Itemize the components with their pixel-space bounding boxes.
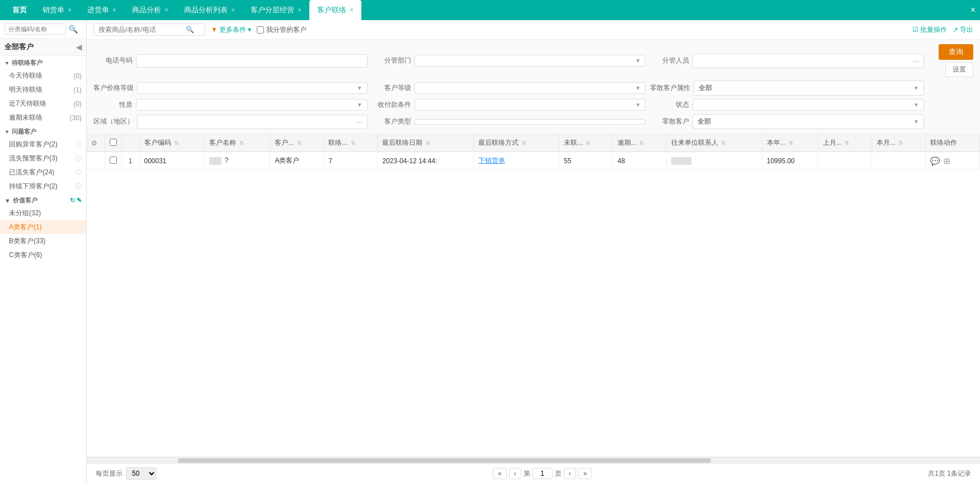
sidebar-item-declining[interactable]: 持续下滑客户(2) ⓘ — [0, 179, 86, 193]
nav-customer-contact[interactable]: 客户联络 × — [309, 0, 361, 20]
nature-select[interactable]: ▼ — [136, 99, 368, 111]
col-name[interactable]: 客户名称 ⇅ — [205, 134, 270, 152]
person-dots-icon[interactable]: ··· — [912, 56, 919, 65]
my-customers-filter[interactable]: 我分管的客户 — [257, 25, 307, 35]
sort-name-icon[interactable]: ⇅ — [239, 140, 244, 146]
scrollbar-thumb[interactable] — [178, 458, 711, 463]
sidebar-search-icon[interactable]: 🔍 — [68, 25, 78, 34]
sidebar-collapse-icons[interactable]: ◀ — [76, 43, 82, 51]
col-this-month[interactable]: 本月... ⇅ — [871, 134, 925, 152]
nav-close-product-analysis-list[interactable]: × — [231, 6, 235, 14]
nav-close-all[interactable]: × — [970, 5, 976, 15]
unit-contact-placeholder — [671, 157, 691, 165]
row-checkbox[interactable] — [110, 157, 117, 164]
filter-search-input[interactable] — [98, 26, 182, 34]
dept-select[interactable]: ▼ — [414, 55, 646, 67]
sidebar-item-today[interactable]: 今天待联络 (0) — [0, 69, 86, 83]
sort-method-icon[interactable]: ⇅ — [522, 140, 526, 146]
region-select[interactable]: ··· — [137, 115, 368, 129]
sort-unit-icon[interactable]: ⇅ — [721, 140, 725, 146]
payment-select[interactable]: ▼ — [414, 99, 646, 111]
filter-more-btn[interactable]: ▼ 更多条件 ▾ — [211, 25, 251, 35]
col-type[interactable]: 客户... ⇅ — [270, 134, 324, 152]
customer-grade-select[interactable]: ▼ — [414, 82, 646, 94]
sidebar-item-tomorrow[interactable]: 明天待联络 (1) — [0, 83, 86, 97]
col-not-linked[interactable]: 未联... ⇅ — [559, 134, 613, 152]
page-size-select[interactable]: 50 100 200 — [126, 467, 157, 480]
sidebar-all-customers[interactable]: 全部客户 ◀ — [0, 39, 86, 56]
col-overdue[interactable]: 逾期... ⇅ — [613, 134, 667, 152]
settings-icon[interactable]: ⚙ — [91, 139, 97, 147]
export-btn[interactable]: ↗ 导出 — [953, 25, 973, 35]
retail-attr-select[interactable]: 全部 ▼ — [694, 80, 924, 96]
nav-customer-tier[interactable]: 客户分层经营 × — [243, 0, 309, 20]
sort-code-icon[interactable]: ⇅ — [174, 140, 178, 146]
sidebar-item-class-c[interactable]: C类客户(6) — [0, 248, 86, 262]
row-seq: 1 — [121, 152, 139, 170]
nav-close-product-analysis[interactable]: × — [164, 6, 168, 14]
nav-sales[interactable]: 销货单 × — [35, 0, 79, 20]
sidebar-item-overdue[interactable]: 逾期未联络 (30) — [0, 111, 86, 125]
query-button[interactable]: 查询 — [939, 44, 973, 60]
sidebar-item-repurchase-anomaly[interactable]: 回购异常客户(2) ⓘ — [0, 138, 86, 151]
page-label: 第 — [524, 469, 530, 479]
prev-page-btn[interactable]: ‹ — [509, 468, 521, 479]
region-dots-icon[interactable]: ··· — [356, 117, 362, 126]
next-page-btn[interactable]: › — [564, 468, 576, 479]
nav-product-analysis[interactable]: 商品分析 × — [124, 0, 176, 20]
sort-type-icon[interactable]: ⇅ — [297, 140, 301, 146]
sort-last-month-icon[interactable]: ⇅ — [845, 140, 849, 146]
col-last-month[interactable]: 上月... ⇅ — [818, 134, 871, 152]
value-edit-icon[interactable]: ✎ — [77, 197, 82, 204]
sidebar-search-input[interactable] — [4, 23, 66, 35]
last-method-link[interactable]: 下销货单 — [478, 157, 505, 164]
chat-icon[interactable]: 💬 — [930, 157, 940, 165]
nav-close-customer-contact[interactable]: × — [350, 6, 354, 14]
sidebar-collapse-icon[interactable]: ◀ — [76, 43, 82, 51]
retail-customer-select[interactable]: 全部 ▼ — [692, 114, 924, 129]
value-section-icons[interactable]: ↻ ✎ — [70, 197, 82, 204]
page-number-input[interactable] — [533, 468, 553, 479]
sort-year-icon[interactable]: ⇅ — [789, 140, 793, 146]
sidebar-item-class-a[interactable]: A类客户(1) — [0, 220, 86, 234]
nav-home[interactable]: 首页 — [4, 0, 35, 20]
nav-close-sales[interactable]: × — [68, 6, 72, 14]
nav-purchase[interactable]: 进货单 × — [79, 0, 124, 20]
price-grade-select[interactable]: ▼ — [137, 82, 368, 94]
first-page-btn[interactable]: « — [493, 468, 507, 479]
select-all-checkbox[interactable] — [110, 139, 117, 146]
nav-product-analysis-list[interactable]: 商品分析列表 × — [176, 0, 243, 20]
sort-date-icon[interactable]: ⇅ — [426, 140, 430, 146]
sort-this-month-icon[interactable]: ⇅ — [898, 140, 903, 146]
sort-notlinked-icon[interactable]: ⇅ — [586, 140, 590, 146]
col-settings[interactable]: ⚙ — [87, 134, 105, 152]
col-last-date[interactable]: 最后联络日期 ⇅ — [378, 134, 474, 152]
last-page-btn[interactable]: » — [578, 468, 592, 479]
col-contact[interactable]: 联络... ⇅ — [324, 134, 378, 152]
sidebar-item-class-b[interactable]: B类客户(33) — [0, 234, 86, 248]
col-code[interactable]: 客户编码 ⇅ — [139, 134, 205, 152]
my-customers-checkbox[interactable] — [257, 26, 264, 34]
phone-input[interactable] — [136, 54, 368, 68]
status-select[interactable]: ▼ — [692, 99, 924, 111]
filter-search-icon[interactable]: 🔍 — [186, 26, 194, 34]
sidebar-item-churn-warning[interactable]: 流失预警客户(3) ⓘ — [0, 151, 86, 165]
horizontal-scrollbar[interactable] — [87, 457, 980, 463]
qr-icon[interactable]: ⊞ — [944, 157, 950, 165]
sort-overdue-icon[interactable]: ⇅ — [639, 140, 644, 146]
settings-button[interactable]: 设置 — [945, 62, 973, 77]
sort-contact-icon[interactable]: ⇅ — [351, 140, 355, 146]
customer-type-select[interactable] — [414, 119, 646, 125]
col-unit-contact[interactable]: 往来单位联系人 ⇅ — [667, 134, 762, 152]
sidebar-item-unclassified[interactable]: 未分组(32) — [0, 206, 86, 220]
person-select[interactable]: ··· — [692, 54, 924, 68]
nav-close-purchase[interactable]: × — [112, 6, 116, 14]
sidebar-item-7days[interactable]: 近7天待联络 (0) — [0, 97, 86, 111]
col-last-method[interactable]: 最后联络方式 ⇅ — [474, 134, 559, 152]
value-refresh-icon[interactable]: ↻ — [70, 197, 75, 204]
customer-type-label: 客户类型 — [372, 117, 411, 126]
sidebar-item-churned[interactable]: 已流失客户(24) ⓘ — [0, 165, 86, 179]
col-this-year[interactable]: 本年... ⇅ — [762, 134, 818, 152]
batch-op-btn[interactable]: ☑ 批量操作 — [912, 25, 947, 35]
nav-close-customer-tier[interactable]: × — [298, 6, 301, 14]
